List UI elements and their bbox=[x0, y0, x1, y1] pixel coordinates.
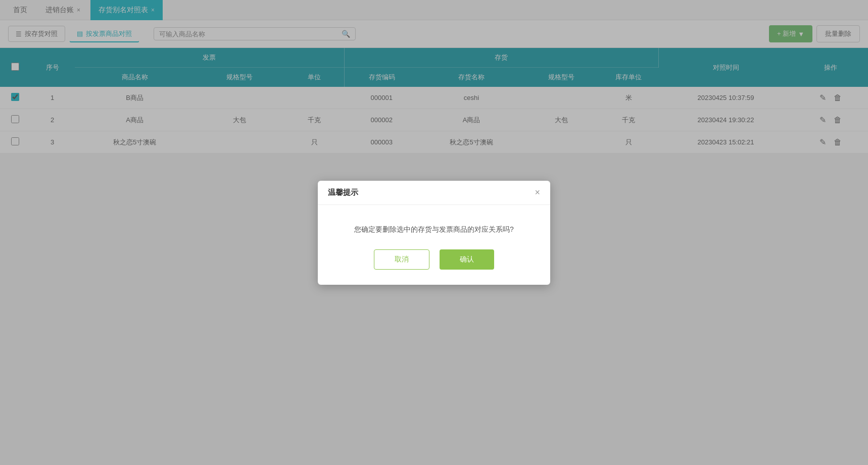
overlay: 温馨提示 × 您确定要删除选中的存货与发票商品的对应关系吗? 取消 确认 bbox=[0, 0, 868, 153]
